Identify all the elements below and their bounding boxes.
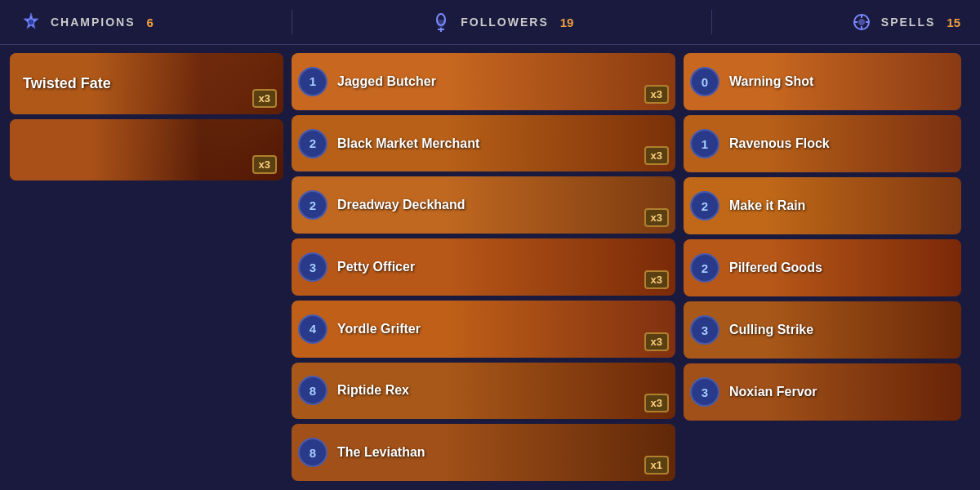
follower-card-dreadway-deckhand[interactable]: 2 Dreadway Deckhand x3 (292, 176, 675, 234)
follower-card-yordle-grifter[interactable]: 4 Yordle Grifter x3 (292, 301, 675, 358)
spell-card-ravenous-flock[interactable]: 1 Ravenous Flock (684, 115, 961, 172)
spells-count: 15 (947, 16, 960, 29)
main-content: Twisted Fate x3 x3 1 Jagged Butcher x3 2… (0, 45, 980, 489)
header: CHAMPIONS 6 FOLLOWERS 19 SPELLS 15 (0, 0, 980, 45)
champion-count-twisted-fate: x3 (252, 89, 277, 108)
follower-name-black-market-merchant: Black Market Merchant (337, 136, 675, 151)
spell-name-make-it-rain: Make it Rain (729, 198, 961, 213)
svg-point-3 (858, 19, 865, 25)
champions-column: Twisted Fate x3 x3 (10, 53, 283, 481)
spells-section: SPELLS 15 (850, 11, 960, 33)
followers-label: FOLLOWERS (461, 16, 548, 29)
cost-pilfered-goods: 2 (690, 253, 719, 283)
spell-name-culling-strike: Culling Strike (729, 323, 961, 337)
followers-count: 19 (560, 16, 574, 29)
count-black-market-merchant: x3 (644, 146, 669, 165)
divider-1 (292, 10, 292, 34)
cost-make-it-rain: 2 (690, 191, 719, 220)
follower-card-black-market-merchant[interactable]: 2 Black Market Merchant x3 (292, 115, 675, 172)
followers-column: 1 Jagged Butcher x3 2 Black Market Merch… (292, 53, 675, 481)
champions-icon (20, 11, 42, 33)
divider-2 (711, 10, 712, 34)
cost-riptide-rex: 8 (298, 376, 327, 405)
champion-count-2: x3 (252, 155, 277, 174)
spells-icon (850, 11, 873, 33)
cost-yordle-grifter: 4 (298, 314, 327, 344)
count-petty-officer: x3 (644, 270, 669, 289)
champions-label: CHAMPIONS (51, 16, 136, 29)
count-the-leviathan: x1 (644, 456, 669, 474)
spell-card-make-it-rain[interactable]: 2 Make it Rain (684, 177, 961, 234)
spell-name-noxian-fervor: Noxian Fervor (729, 385, 961, 399)
count-dreadway-deckhand: x3 (644, 208, 669, 227)
count-jagged-butcher: x3 (644, 85, 669, 104)
champions-count: 6 (147, 16, 154, 29)
svg-point-0 (28, 19, 34, 25)
spell-card-culling-strike[interactable]: 3 Culling Strike (684, 301, 961, 359)
follower-card-riptide-rex[interactable]: 8 Riptide Rex x3 (292, 363, 675, 420)
champion-name-twisted-fate: Twisted Fate (23, 75, 283, 92)
champion-card-twisted-fate[interactable]: Twisted Fate x3 (10, 53, 283, 114)
follower-name-yordle-grifter: Yordle Grifter (337, 322, 675, 336)
spell-name-warning-shot: Warning Shot (729, 74, 961, 89)
champion-card-2[interactable]: x3 (10, 119, 283, 180)
cost-jagged-butcher: 1 (298, 67, 327, 96)
follower-name-riptide-rex: Riptide Rex (337, 383, 675, 398)
count-riptide-rex: x3 (644, 394, 669, 412)
cost-ravenous-flock: 1 (690, 129, 719, 158)
spells-column: 0 Warning Shot 1 Ravenous Flock 2 Make i… (684, 53, 961, 481)
followers-section: FOLLOWERS 19 (430, 11, 573, 33)
spells-label: SPELLS (881, 16, 935, 29)
spell-card-warning-shot[interactable]: 0 Warning Shot (684, 53, 961, 110)
champions-section: CHAMPIONS 6 (20, 11, 154, 33)
cost-the-leviathan: 8 (298, 438, 327, 467)
spell-card-pilfered-goods[interactable]: 2 Pilfered Goods (684, 239, 961, 296)
card-bg-2 (10, 119, 283, 180)
follower-card-the-leviathan[interactable]: 8 The Leviathan x1 (292, 424, 675, 481)
followers-icon (430, 11, 452, 33)
follower-name-the-leviathan: The Leviathan (337, 445, 675, 460)
cost-culling-strike: 3 (690, 315, 719, 345)
follower-card-petty-officer[interactable]: 3 Petty Officer x3 (292, 238, 675, 296)
cost-noxian-fervor: 3 (690, 377, 719, 407)
cost-warning-shot: 0 (690, 67, 719, 96)
cost-black-market-merchant: 2 (298, 129, 327, 158)
spell-name-ravenous-flock: Ravenous Flock (729, 136, 961, 151)
cost-petty-officer: 3 (298, 252, 327, 282)
count-yordle-grifter: x3 (644, 332, 669, 351)
spell-name-pilfered-goods: Pilfered Goods (729, 261, 961, 275)
spell-card-noxian-fervor[interactable]: 3 Noxian Fervor (684, 363, 961, 421)
follower-name-jagged-butcher: Jagged Butcher (337, 74, 675, 89)
follower-name-dreadway-deckhand: Dreadway Deckhand (337, 198, 675, 212)
follower-card-jagged-butcher[interactable]: 1 Jagged Butcher x3 (292, 53, 675, 110)
follower-name-petty-officer: Petty Officer (337, 260, 675, 274)
cost-dreadway-deckhand: 2 (298, 190, 327, 220)
